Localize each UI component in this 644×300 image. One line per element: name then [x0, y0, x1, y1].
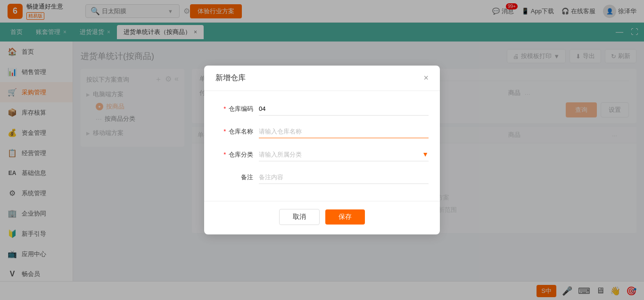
modal-new-warehouse: 新增仓库 × * 仓库编码 * 仓库名称 — [204, 66, 440, 234]
modal-header: 新增仓库 × — [204, 66, 440, 91]
required-star-code: * — [223, 105, 226, 112]
code-label: * 仓库编码 — [215, 105, 253, 113]
category-label: * 仓库分类 — [215, 150, 253, 159]
remark-label: 备注 — [215, 173, 253, 182]
required-star-category: * — [223, 151, 226, 158]
remark-input[interactable] — [259, 171, 429, 184]
save-button[interactable]: 保存 — [325, 209, 365, 225]
modal-overlay: 新增仓库 × * 仓库编码 * 仓库名称 — [0, 0, 644, 300]
modal-title: 新增仓库 — [215, 73, 246, 83]
form-row-category: * 仓库分类 ▼ — [215, 148, 429, 161]
form-row-code: * 仓库编码 — [215, 102, 429, 116]
required-star-name: * — [223, 128, 226, 135]
modal-body: * 仓库编码 * 仓库名称 * 仓库分类 — [204, 91, 440, 201]
name-input[interactable] — [259, 125, 429, 138]
name-label: * 仓库名称 — [215, 127, 253, 136]
cancel-button[interactable]: 取消 — [279, 209, 320, 225]
modal-close-button[interactable]: × — [423, 73, 429, 83]
modal-footer: 取消 保存 — [204, 201, 440, 234]
form-row-name: * 仓库名称 — [215, 125, 429, 138]
form-row-remark: 备注 — [215, 171, 429, 184]
category-select[interactable]: ▼ — [259, 148, 429, 161]
code-input[interactable] — [259, 102, 429, 116]
category-chevron-icon: ▼ — [422, 150, 429, 158]
category-input[interactable] — [259, 151, 422, 158]
